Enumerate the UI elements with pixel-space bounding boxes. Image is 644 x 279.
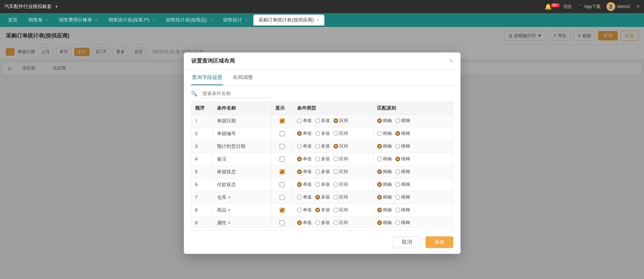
type-single-radio[interactable]: 单值 — [297, 143, 312, 149]
match-fuzzy-radio[interactable]: 模糊 — [395, 194, 410, 200]
page: 采购订单统计表(按供应商) 🖨 按模板打印 ▼ ↗ 导出 ↺ 刷新 查询 设置 … — [0, 27, 644, 279]
dialog-tab-query-fields[interactable]: 查询字段设置 — [191, 74, 223, 85]
nav-tab-salesstat[interactable]: 销售统计 × — [218, 15, 253, 25]
row-name: 单据状态 — [213, 166, 272, 178]
dialog-tab-layout[interactable]: 布局调整 — [232, 74, 254, 85]
type-single-radio[interactable]: 单值 — [297, 194, 312, 200]
row-show — [272, 154, 293, 165]
table-row: 6 付款状态 单值 多值 区间 — [191, 178, 453, 191]
show-checkbox[interactable] — [280, 169, 285, 174]
user-avatar[interactable]: 👤 demo2 — [607, 2, 631, 11]
type-multi-radio[interactable]: 多值 — [315, 220, 330, 226]
table-row: 9 属性 ∨ 单值 多值 区间 — [191, 217, 453, 227]
type-range-radio[interactable]: 区间 — [333, 194, 348, 200]
match-exact-radio[interactable]: 精确 — [377, 207, 392, 213]
topbar: 汽车配件行业模拟账套 ▼ 🔔 99+ 消息 📱 App下载 👤 demo2 × — [0, 0, 644, 13]
nav-tab-home[interactable]: 首页 — [3, 15, 23, 25]
type-single-radio[interactable]: 单值 — [297, 118, 312, 124]
cancel-button[interactable]: 取消 — [393, 236, 421, 248]
match-exact-radio[interactable]: 精确 — [377, 181, 392, 188]
nav-tab-salesproduct-close[interactable]: × — [210, 17, 212, 23]
show-checkbox[interactable] — [280, 144, 285, 149]
match-fuzzy-radio[interactable]: 模糊 — [395, 143, 410, 149]
table-row: 3 预计到货日期 单值 多值 区间 — [191, 140, 453, 153]
topbar-left: 汽车配件行业模拟账套 ▼ — [4, 3, 59, 10]
type-range-radio[interactable]: 区间 — [333, 118, 348, 124]
match-fuzzy-radio[interactable]: 模糊 — [395, 156, 410, 162]
show-checkbox[interactable] — [280, 208, 285, 213]
nav-tab-salescust[interactable]: 销售统计表(按客户) × — [103, 15, 160, 25]
type-range-radio[interactable]: 区间 — [333, 181, 348, 188]
type-single-radio[interactable]: 单值 — [297, 181, 312, 188]
nav-tab-salesstat-close[interactable]: × — [245, 17, 248, 23]
match-fuzzy-radio[interactable]: 模糊 — [395, 181, 410, 188]
row-order: 8 — [191, 204, 213, 216]
type-multi-radio[interactable]: 多值 — [315, 181, 330, 188]
type-multi-radio[interactable]: 多值 — [315, 169, 330, 175]
match-exact-radio[interactable]: 精确 — [377, 118, 392, 124]
type-range-radio[interactable]: 区间 — [333, 169, 348, 175]
row-order: 7 — [191, 192, 213, 203]
search-input[interactable] — [199, 89, 272, 98]
match-fuzzy-radio[interactable]: 模糊 — [395, 130, 410, 137]
type-multi-radio[interactable]: 多值 — [315, 194, 330, 200]
match-exact-radio[interactable]: 精确 — [377, 194, 392, 200]
match-exact-radio[interactable]: 精确 — [377, 143, 392, 149]
table-row: 4 备注 单值 多值 区间 — [191, 153, 453, 166]
dialog-table-header: 顺序 条件名称 显示 条件类型 匹配原则 — [191, 102, 453, 114]
nav-tab-salesproduct[interactable]: 销售统计表(按商品) × — [161, 15, 218, 25]
settings-dialog: 设置查询区域布局 × 查询字段设置 布局调整 🔍 顺序 — [184, 52, 461, 254]
row-order: 6 — [191, 179, 213, 190]
type-single-radio[interactable]: 单值 — [297, 169, 312, 175]
type-multi-radio[interactable]: 多值 — [315, 118, 330, 124]
col-condition-type: 条件类型 — [293, 102, 374, 114]
type-range-radio[interactable]: 区间 — [333, 130, 348, 137]
nav-tab-purchaseorder[interactable]: 采购订单统计表(按供应商) × — [253, 15, 324, 25]
table-row: 2 单据编号 单值 多值 区间 — [191, 127, 453, 140]
type-range-radio[interactable]: 区间 — [333, 143, 348, 149]
nav-tab-sales-label: 销售单 — [28, 17, 43, 23]
topbar-close-button[interactable]: × — [636, 3, 640, 10]
type-range-radio[interactable]: 区间 — [333, 156, 348, 162]
row-order: 4 — [191, 153, 213, 165]
match-fuzzy-radio[interactable]: 模糊 — [395, 169, 410, 175]
match-exact-radio[interactable]: 精确 — [377, 130, 392, 137]
match-fuzzy-radio[interactable]: 模糊 — [395, 118, 410, 124]
type-single-radio[interactable]: 单值 — [297, 220, 312, 226]
show-checkbox[interactable] — [280, 220, 285, 225]
match-exact-radio[interactable]: 精确 — [377, 169, 392, 175]
dialog-close-button[interactable]: × — [449, 58, 453, 64]
nav-tab-salesfee[interactable]: 销售费用分摊单 × — [54, 15, 103, 25]
nav-tab-sales-close[interactable]: × — [46, 17, 48, 23]
type-multi-radio[interactable]: 多值 — [315, 130, 330, 137]
nav-tab-sales[interactable]: 销售单 × — [23, 15, 53, 25]
type-multi-radio[interactable]: 多值 — [315, 143, 330, 149]
type-single-radio[interactable]: 单值 — [297, 207, 312, 213]
type-range-radio[interactable]: 区间 — [333, 207, 348, 213]
show-checkbox[interactable] — [280, 131, 285, 136]
nav-tab-salescust-close[interactable]: × — [153, 17, 155, 23]
row-type: 单值 多值 区间 — [293, 217, 374, 227]
row-name: 备注 — [213, 153, 272, 165]
match-fuzzy-radio[interactable]: 模糊 — [395, 207, 410, 213]
type-single-radio[interactable]: 单值 — [297, 156, 312, 162]
show-checkbox[interactable] — [280, 182, 285, 187]
type-multi-radio[interactable]: 多值 — [315, 156, 330, 162]
show-checkbox[interactable] — [280, 118, 285, 123]
match-fuzzy-radio[interactable]: 模糊 — [395, 220, 410, 226]
row-match: 精确 模糊 — [374, 191, 446, 203]
show-checkbox[interactable] — [280, 157, 285, 162]
nav-tab-purchaseorder-close[interactable]: × — [317, 17, 319, 23]
row-match: 精确 模糊 — [374, 140, 446, 152]
save-button[interactable]: 保存 — [426, 236, 453, 248]
type-range-radio[interactable]: 区间 — [333, 220, 348, 226]
show-checkbox[interactable] — [280, 195, 285, 200]
nav-tab-purchaseorder-label: 采购订单统计表(按供应商) — [258, 17, 314, 23]
download-label[interactable]: 📱 App下载 — [578, 4, 601, 10]
type-single-radio[interactable]: 单值 — [297, 130, 312, 137]
nav-tab-salesfee-close[interactable]: × — [95, 17, 98, 23]
match-exact-radio[interactable]: 精确 — [377, 220, 392, 226]
message-icon[interactable]: 🔔 99+ 消息 — [545, 3, 572, 10]
type-multi-radio[interactable]: 多值 — [315, 207, 330, 213]
match-exact-radio[interactable]: 精确 — [377, 156, 392, 162]
